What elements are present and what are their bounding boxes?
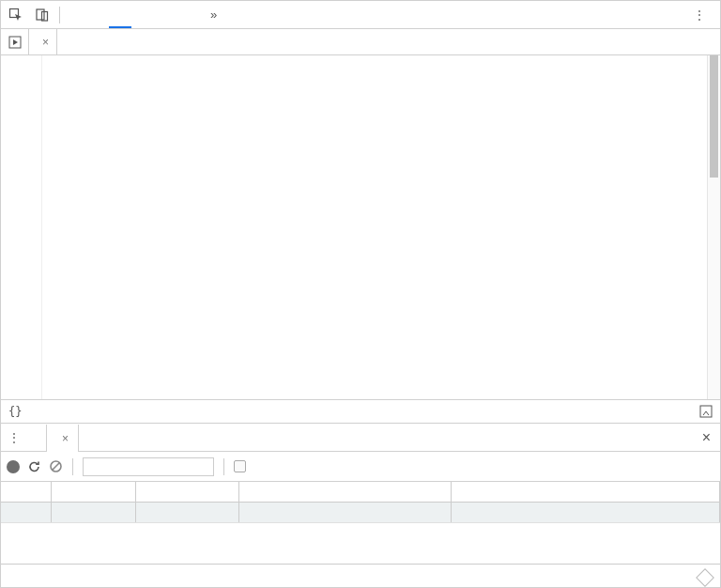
tab-sources[interactable] [109, 1, 131, 28]
code-area[interactable] [48, 55, 707, 399]
svg-rect-1 [37, 9, 44, 20]
drawer-menu-icon[interactable]: ⋮ [1, 431, 27, 444]
record-button[interactable] [7, 460, 20, 473]
coverage-status-bar [1, 565, 720, 587]
device-toolbar-icon[interactable] [29, 2, 55, 28]
toolbar-divider [72, 458, 73, 475]
toggle-sidebar-icon[interactable] [699, 405, 713, 418]
pretty-print-icon[interactable]: {} [8, 405, 29, 418]
scrollbar-thumb[interactable] [710, 55, 718, 178]
cell-unused [239, 503, 452, 522]
coverage-toolbar [1, 452, 720, 482]
drawer-tab-coverage[interactable]: × [46, 425, 79, 452]
content-scripts-checkbox[interactable] [234, 460, 246, 472]
col-unused[interactable] [239, 482, 452, 502]
file-tab-bar: × [1, 29, 720, 55]
svg-line-6 [53, 463, 60, 471]
file-tab-coverage-fib[interactable]: × [29, 29, 57, 54]
toolbar-divider [223, 458, 224, 475]
tab-performance[interactable] [154, 1, 176, 28]
navigator-toggle-icon[interactable] [1, 29, 29, 54]
editor-scrollbar[interactable] [707, 55, 720, 399]
empty-rows [1, 523, 720, 565]
reload-icon[interactable] [27, 459, 41, 473]
close-icon[interactable]: × [42, 36, 49, 49]
url-filter-input[interactable] [83, 457, 214, 476]
source-editor [1, 55, 720, 399]
inspect-element-icon[interactable] [3, 2, 29, 28]
cell-type [52, 503, 136, 522]
coverage-row[interactable] [1, 503, 720, 523]
more-tabs-icon[interactable]: » [199, 1, 228, 28]
cell-total [136, 503, 239, 522]
tab-elements[interactable] [64, 1, 86, 28]
brand-watermark [698, 571, 715, 584]
col-total[interactable] [136, 482, 239, 502]
drawer-tabs: ⋮ × × [1, 424, 720, 452]
editor-status-bar: {} [1, 399, 720, 424]
tab-network[interactable] [131, 1, 154, 28]
cell-bar [452, 503, 720, 522]
drawer-close-icon[interactable]: × [693, 429, 720, 446]
col-bar [452, 482, 720, 502]
col-type[interactable] [52, 482, 136, 502]
settings-menu-icon[interactable]: ⋮ [686, 2, 713, 28]
clear-icon[interactable] [49, 459, 63, 473]
drawer-tab-whatsnew[interactable] [79, 424, 98, 451]
drawer-tab-console[interactable] [27, 424, 46, 451]
toolbar-divider [59, 7, 60, 23]
col-url[interactable] [1, 482, 52, 502]
tab-console[interactable] [86, 1, 109, 28]
close-icon[interactable]: × [62, 432, 69, 445]
coverage-grid-header [1, 482, 720, 503]
panel-tabs: » [64, 1, 686, 28]
devtools-main-toolbar: » ⋮ [1, 1, 720, 29]
brand-logo-icon [696, 568, 714, 587]
cell-url [1, 503, 52, 522]
tab-memory[interactable] [176, 1, 199, 28]
line-gutter [1, 55, 42, 399]
